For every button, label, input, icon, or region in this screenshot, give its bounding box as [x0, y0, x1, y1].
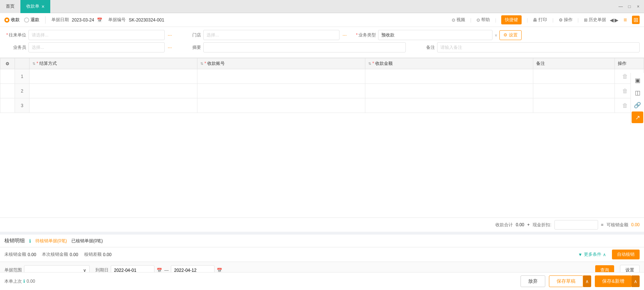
- table-row: 1 🗑 ⊕: [0, 69, 644, 84]
- print-icon: 🖶: [533, 17, 537, 23]
- print-label: 打印: [538, 17, 547, 23]
- row-2-amount[interactable]: [365, 84, 533, 98]
- row-2-account[interactable]: [197, 84, 365, 98]
- main-container: 收款 退款 单据日期 2023-03-24 📅 单据编号 SK-20230324…: [0, 13, 644, 290]
- help-link[interactable]: ⊙ 帮助: [476, 17, 490, 23]
- diff-label: 核销差额: [84, 251, 102, 258]
- equals-sign: =: [601, 222, 604, 227]
- pending-tab[interactable]: 待核销单据(0笔): [35, 238, 67, 244]
- row-1-num: 1: [15, 69, 30, 84]
- operation-link[interactable]: ⚙ 操作: [559, 17, 573, 23]
- store-field: 门店 选择... ···: [179, 30, 347, 40]
- doc-date-calendar-icon[interactable]: 📅: [97, 17, 102, 23]
- settings-button[interactable]: ⚙ 设置: [499, 30, 522, 40]
- footer-actions: 放弃 保存草稿 ∧ 保存&新增 ∧: [521, 275, 640, 287]
- row-3-gear: [0, 98, 15, 113]
- row-2-settlement[interactable]: [30, 84, 197, 98]
- remark-label: 备注: [413, 44, 435, 51]
- col-account-label: 收款账号: [207, 61, 225, 66]
- print-link[interactable]: 🖶 打印: [533, 17, 547, 23]
- verification-info-icon[interactable]: ℹ: [29, 238, 31, 244]
- row-3-num: 3: [15, 98, 30, 113]
- verification-title: 核销明细: [4, 238, 25, 244]
- summary-input[interactable]: [203, 42, 406, 52]
- save-new-btn[interactable]: 保存&新增: [595, 275, 632, 287]
- biz-type-input[interactable]: 预收款: [378, 30, 492, 40]
- radio-receipt[interactable]: 收款: [4, 17, 20, 23]
- tab-receipt[interactable]: 收款单 ×: [20, 0, 50, 13]
- auto-verify-btn[interactable]: 自动核销: [612, 250, 640, 259]
- window-minimize-btn[interactable]: —: [618, 4, 624, 9]
- remark-field: 备注 请输入备注: [413, 42, 640, 52]
- window-maximize-btn[interactable]: □: [627, 4, 632, 9]
- tab-home[interactable]: 首页: [0, 0, 20, 13]
- row-3-delete-icon[interactable]: 🗑: [622, 102, 628, 109]
- counterpart-input[interactable]: 请选择...: [28, 30, 165, 40]
- settings-label: 设置: [509, 32, 518, 38]
- row-1-remark[interactable]: [533, 69, 614, 84]
- save-draft-btn[interactable]: 保存草稿: [549, 275, 583, 287]
- save-new-chevron-btn[interactable]: ∧: [632, 275, 640, 287]
- nav-arrows: ◀ ▶: [610, 17, 619, 23]
- operation-label: 操作: [564, 17, 573, 23]
- row-1-amount[interactable]: [365, 69, 533, 84]
- salesperson-more-btn[interactable]: ···: [168, 44, 172, 50]
- biz-type-field: 业务类型 预收款 ∨ ⚙ 设置: [354, 30, 522, 40]
- col-gear-header[interactable]: ⚙: [0, 58, 15, 69]
- video-label: 视频: [456, 17, 465, 23]
- abandon-btn[interactable]: 放弃: [521, 275, 545, 287]
- layout2-icon[interactable]: ⊞: [632, 16, 640, 24]
- row-1-settlement[interactable]: [30, 69, 197, 84]
- history-label: 历史单据: [589, 17, 606, 23]
- history-link[interactable]: ⊞ 历史单据: [584, 17, 606, 23]
- save-draft-chevron-btn[interactable]: ∧: [583, 275, 591, 287]
- toolbar-actions: ⊙ 视频 | ⊙ 帮助 | 快捷键 | 🖶 打印 | ⚙ 操作 | ⊞: [452, 15, 640, 24]
- layout-icon[interactable]: ≡: [624, 17, 627, 23]
- window-close-btn[interactable]: ×: [635, 4, 641, 9]
- receipt-refund-toggle: 收款 退款: [4, 17, 39, 23]
- row-2-remark[interactable]: [533, 84, 614, 98]
- sidebar-table-icon[interactable]: ▣: [632, 74, 643, 86]
- more-conditions-btn[interactable]: ▼ 更多条件 ∧: [578, 251, 606, 258]
- unverified-stat: 未核销金额 0.00: [4, 251, 36, 258]
- discount-input[interactable]: [554, 220, 598, 230]
- store-more-btn[interactable]: ···: [342, 32, 347, 38]
- biz-type-chevron-icon[interactable]: ∨: [495, 33, 497, 37]
- sidebar-expand-icon[interactable]: ↗: [632, 111, 643, 123]
- footer-value: 0.00: [27, 279, 35, 284]
- row-1-delete-icon[interactable]: 🗑: [622, 73, 628, 79]
- row-3-remark[interactable]: [533, 98, 614, 113]
- footer-info-icon[interactable]: ℹ: [23, 279, 25, 284]
- row-2-delete-icon[interactable]: 🗑: [622, 88, 628, 94]
- sidebar-list-icon[interactable]: ◫: [632, 87, 643, 98]
- store-input[interactable]: 选择...: [203, 30, 339, 40]
- counterpart-more-btn[interactable]: ···: [168, 32, 172, 38]
- row-3-account[interactable]: [197, 98, 365, 113]
- table-row: 2 🗑 ⊕: [0, 84, 644, 98]
- radio-refund-label: 退款: [31, 17, 39, 23]
- radio-refund-dot: [24, 17, 29, 23]
- row-3-amount[interactable]: [365, 98, 533, 113]
- nav-next-icon[interactable]: ▶: [614, 17, 619, 23]
- row-2-gear: [0, 84, 15, 98]
- toolbar-top: 收款 退款 单据日期 2023-03-24 📅 单据编号 SK-20230324…: [0, 13, 644, 27]
- form-section: 往来单位 请选择... ··· 门店 选择... ··· 业务类型 预收款: [0, 27, 644, 58]
- diff-value: 0.00: [103, 252, 111, 257]
- radio-refund[interactable]: 退款: [24, 17, 39, 23]
- col-ops-label: 操作: [618, 61, 627, 66]
- conditions-chevron: ∧: [603, 252, 606, 257]
- row-1-account[interactable]: [197, 69, 365, 84]
- row-3-settlement[interactable]: [30, 98, 197, 113]
- salesperson-input[interactable]: 选择...: [28, 42, 165, 52]
- remark-input[interactable]: 请输入备注: [437, 42, 640, 52]
- tab-close-icon[interactable]: ×: [42, 4, 44, 9]
- summary-label: 摘要: [179, 44, 201, 51]
- completed-tab[interactable]: 已核销单据(0笔): [71, 238, 103, 244]
- plus-sign: +: [527, 222, 530, 227]
- sidebar-link-icon[interactable]: 🔗: [632, 99, 643, 111]
- doc-date-field: 单据日期 2023-03-24 📅: [51, 17, 102, 23]
- nav-prev-icon[interactable]: ◀: [610, 17, 614, 23]
- help-icon: ⊙: [476, 17, 480, 23]
- shortcut-btn[interactable]: 快捷键: [501, 15, 522, 24]
- video-link[interactable]: ⊙ 视频: [452, 17, 465, 23]
